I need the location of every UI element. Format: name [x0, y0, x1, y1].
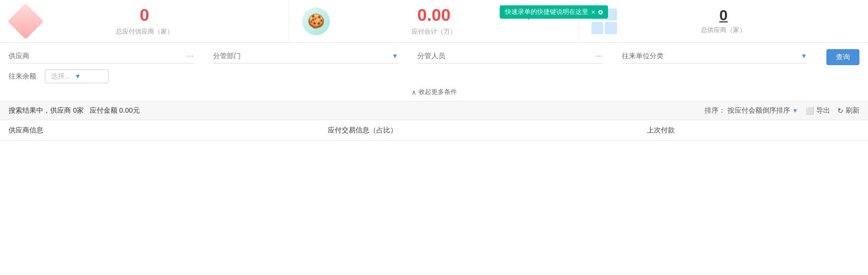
results-actions: 排序： 按应付会额倒序排序 ▼ ⬜ 导出 ↻ 刷新 — [705, 106, 859, 115]
sort-arrow: ▼ — [792, 107, 798, 114]
th-payable-info: 应付交易信息（占比） — [328, 125, 647, 135]
supplier-dots[interactable]: ··· — [187, 51, 194, 61]
results-prefix: 搜索结果中，供应商 — [9, 106, 71, 114]
th-last-payment: 上次付款 — [647, 125, 860, 135]
unit-label: 往来单位分类 — [622, 51, 664, 61]
payable-suppliers-label: 总应付供应商（家） — [116, 27, 173, 36]
export-label: 导出 — [816, 106, 830, 115]
total-suppliers-label: 总供应商（家） — [701, 26, 746, 35]
diamond-icon-wrap — [13, 9, 38, 34]
query-button[interactable]: 查询 — [826, 49, 859, 65]
sort-label: 排序： — [705, 106, 725, 115]
stat-total-suppliers: 0 总供应商（家） — [579, 0, 868, 42]
unit-input[interactable] — [668, 52, 801, 60]
th-supplier-info: 供应商信息 — [9, 125, 328, 135]
results-amount-value: 0.00元 — [119, 106, 139, 114]
tooltip-dot — [598, 10, 603, 14]
refresh-icon: ↻ — [838, 107, 843, 115]
dept-input[interactable] — [245, 52, 392, 60]
balance-select[interactable]: 选择... ▼ — [45, 69, 109, 83]
search-row-2: 往来余额 选择... ▼ — [9, 69, 859, 83]
cookie-icon-wrap: 🍪 — [302, 7, 330, 35]
table-body — [0, 141, 868, 274]
unit-arrow[interactable]: ▼ — [801, 52, 807, 60]
refresh-button[interactable]: ↻ 刷新 — [838, 106, 859, 115]
export-icon: ⬜ — [806, 107, 814, 115]
total-suppliers-value: 0 — [720, 7, 728, 24]
search-area: 供应商 ··· 分管部门 ▼ 分管人员 ··· 往来单位分类 ▼ 查询 往来余额 — [0, 43, 868, 101]
supplier-field: 供应商 ··· — [9, 51, 194, 64]
person-label: 分管人员 — [417, 51, 445, 61]
results-bar: 搜索结果中，供应商 0家 应付金额 0.00元 排序： 按应付会额倒序排序 ▼ … — [0, 101, 868, 120]
cookie-icon: 🍪 — [302, 7, 330, 35]
results-supplier-count: 0家 — [73, 106, 84, 114]
payable-total-label: 应付合计（万） — [412, 27, 456, 36]
results-info: 搜索结果中，供应商 0家 应付金额 0.00元 — [9, 106, 140, 115]
results-amount-label: 应付金额 — [90, 106, 117, 114]
stat-payable-suppliers: 0 总应付供应商（家） — [0, 0, 289, 42]
supplier-input[interactable] — [34, 52, 187, 60]
refresh-label: 刷新 — [846, 106, 859, 115]
collapse-button[interactable]: ∧ 收起更多条件 — [412, 88, 457, 97]
collapse-row: ∧ 收起更多条件 — [9, 88, 859, 97]
person-input[interactable] — [449, 52, 596, 60]
tooltip-text: 快速录单的快捷键说明在这里 — [505, 7, 588, 17]
unit-field: 往来单位分类 ▼ — [622, 51, 807, 64]
supplier-label: 供应商 — [9, 51, 29, 61]
balance-placeholder: 选择... — [51, 72, 70, 81]
payable-suppliers-value: 0 — [140, 6, 149, 25]
payable-total-value: 0.00 — [417, 6, 451, 25]
collapse-icon: ∧ — [412, 89, 416, 96]
stats-section: 🍪 快速录单的快捷键说明在这里 × 0 总应付供应商（家） 0.00 应付合计（… — [0, 0, 868, 43]
diamond-icon — [7, 3, 44, 40]
dept-arrow[interactable]: ▼ — [392, 52, 398, 60]
sort-value: 按应付会额倒序排序 — [728, 106, 790, 115]
dept-label: 分管部门 — [213, 51, 241, 61]
table-header: 供应商信息 应付交易信息（占比） 上次付款 — [0, 120, 868, 141]
tooltip-bubble: 快速录单的快捷键说明在这里 × — [500, 5, 609, 19]
dept-field: 分管部门 ▼ — [213, 51, 398, 64]
search-row-1: 供应商 ··· 分管部门 ▼ 分管人员 ··· 往来单位分类 ▼ 查询 — [9, 49, 859, 65]
balance-field: 往来余额 选择... ▼ — [9, 69, 109, 83]
sort-select[interactable]: 排序： 按应付会额倒序排序 ▼ — [705, 106, 798, 115]
collapse-label: 收起更多条件 — [419, 88, 457, 97]
export-button[interactable]: ⬜ 导出 — [806, 106, 830, 115]
tooltip-close-button[interactable]: × — [591, 8, 596, 16]
balance-label: 往来余额 — [9, 72, 36, 81]
balance-arrow: ▼ — [75, 73, 81, 80]
person-field: 分管人员 ··· — [417, 51, 603, 64]
person-dots[interactable]: ··· — [596, 51, 603, 61]
